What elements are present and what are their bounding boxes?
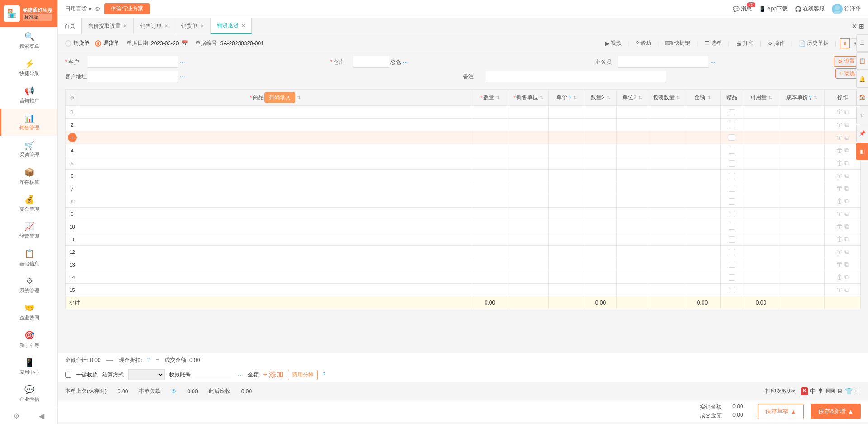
table-settings-icon[interactable]: ⚙: [70, 95, 75, 101]
amount-cell[interactable]: [684, 170, 721, 182]
settings-icon[interactable]: ⚙: [95, 5, 101, 13]
unit2-cell[interactable]: [617, 220, 648, 233]
price-cell[interactable]: [549, 170, 585, 182]
collapse-btn[interactable]: ◀: [39, 412, 44, 420]
gift-checkbox[interactable]: [729, 224, 735, 230]
price-cell[interactable]: [549, 182, 585, 195]
gift-checkbox[interactable]: [729, 186, 735, 192]
expand-tabs-btn[interactable]: ⊞: [859, 23, 864, 30]
product-cell[interactable]: [79, 182, 472, 195]
pack-qty-cell[interactable]: [648, 157, 684, 170]
amount-cell[interactable]: [684, 271, 721, 284]
gift-checkbox[interactable]: [729, 249, 735, 255]
price-cell[interactable]: [549, 208, 585, 220]
expense-help-icon[interactable]: ?: [322, 372, 326, 378]
quantity2-cell[interactable]: [585, 157, 617, 170]
quantity-cell[interactable]: [472, 119, 508, 131]
delete-row-icon[interactable]: 🗑: [836, 235, 843, 243]
price-cell[interactable]: [549, 195, 585, 208]
unit-cell[interactable]: [508, 271, 549, 284]
gift-checkbox[interactable]: [729, 287, 735, 293]
delete-row-icon[interactable]: 🗑: [836, 121, 843, 129]
cost-unit-cell[interactable]: [779, 220, 825, 233]
available-cell[interactable]: [743, 258, 779, 271]
sidebar-item-enterprise[interactable]: 🤝 企业协同: [0, 299, 57, 326]
cost-unit-cell[interactable]: [779, 119, 825, 131]
copy-row-icon[interactable]: ⧉: [844, 223, 849, 230]
available-cell[interactable]: [743, 220, 779, 233]
sidebar-item-search[interactable]: 🔍 搜索菜单: [0, 27, 57, 54]
gift-checkbox[interactable]: [729, 134, 735, 141]
settings-bottom-btn[interactable]: ⚙: [13, 412, 19, 420]
form-settings-btn[interactable]: ⚙ 设置: [834, 56, 859, 67]
product-cell[interactable]: [79, 258, 472, 271]
price-cell[interactable]: [549, 284, 585, 296]
address-input[interactable]: [88, 71, 178, 82]
amount-cell[interactable]: [684, 144, 721, 157]
gift-checkbox[interactable]: [729, 236, 735, 243]
video-btn[interactable]: ▶ 视频: [603, 38, 624, 48]
cost-unit-cell[interactable]: [779, 258, 825, 271]
unit2-cell[interactable]: [617, 208, 648, 220]
unit2-cell[interactable]: [617, 233, 648, 246]
pack-qty-cell[interactable]: [648, 220, 684, 233]
quantity-cell[interactable]: [472, 170, 508, 182]
quantity2-cell[interactable]: [585, 106, 617, 119]
quantity2-cell[interactable]: [585, 170, 617, 182]
status-icon-mic[interactable]: 🎙: [818, 387, 824, 395]
tab-sale-order[interactable]: 销售订单 ✕: [134, 18, 175, 34]
product-input[interactable]: [81, 134, 470, 141]
unit2-cell[interactable]: [617, 157, 648, 170]
sidebar-item-finance[interactable]: 💰 资金管理: [0, 190, 57, 217]
amount-cell[interactable]: [684, 246, 721, 258]
copy-row-icon[interactable]: ⧉: [844, 210, 849, 218]
product-cell[interactable]: [79, 157, 472, 170]
status-icon-key[interactable]: ⌨: [826, 387, 835, 395]
amount-cell[interactable]: [684, 220, 721, 233]
qty-sort-icon[interactable]: ⇅: [496, 95, 500, 100]
product-sort-icon[interactable]: ⇅: [297, 95, 301, 100]
online-service-btn[interactable]: 🎧 在线客服: [795, 5, 825, 13]
quantity2-cell[interactable]: [585, 195, 617, 208]
amount-cell[interactable]: [684, 208, 721, 220]
warehouse-input[interactable]: [353, 56, 389, 68]
unit-cell[interactable]: [508, 195, 549, 208]
price-cell[interactable]: [549, 271, 585, 284]
available-cell[interactable]: [743, 182, 779, 195]
pack-qty-cell[interactable]: [648, 208, 684, 220]
status-icon-more[interactable]: ⋯: [854, 387, 861, 395]
sidebar-item-operations[interactable]: 📈 经营管理: [0, 217, 57, 244]
shortcut-btn[interactable]: ⌨ 快捷键: [662, 38, 693, 48]
sidebar-item-sales[interactable]: 📊 销售管理: [0, 109, 57, 136]
product-cell[interactable]: [79, 170, 472, 182]
price-cell[interactable]: [549, 119, 585, 131]
quantity2-cell[interactable]: [585, 258, 617, 271]
amount-cell[interactable]: [684, 119, 721, 131]
quantity2-cell[interactable]: [585, 208, 617, 220]
delete-row-icon[interactable]: 🗑: [836, 108, 843, 116]
rq-btn-1[interactable]: ☰: [856, 34, 868, 52]
quantity-cell[interactable]: [472, 106, 508, 119]
quantity2-cell[interactable]: [585, 131, 617, 144]
price-sort-icon[interactable]: ⇅: [573, 95, 577, 100]
pack-qty-cell[interactable]: [648, 144, 684, 157]
available-cell[interactable]: [743, 106, 779, 119]
one-key-payment-cb[interactable]: [65, 372, 71, 378]
amount-sort-icon[interactable]: ⇅: [707, 95, 711, 100]
tab-sale-delivery-close[interactable]: ✕: [200, 24, 204, 29]
gift-checkbox[interactable]: [729, 262, 735, 268]
tab-sale-price-close[interactable]: ✕: [123, 24, 127, 29]
product-cell[interactable]: [79, 220, 472, 233]
copy-row-icon[interactable]: ⧉: [844, 172, 849, 180]
tab-sale-delivery[interactable]: 销货单 ✕: [175, 18, 211, 34]
unit2-cell[interactable]: [617, 170, 648, 182]
status-icon-monitor[interactable]: 🖥: [837, 387, 843, 395]
quantity-cell[interactable]: [472, 220, 508, 233]
copy-row-icon[interactable]: ⧉: [844, 261, 849, 268]
available-cell[interactable]: [743, 246, 779, 258]
available-cell[interactable]: [743, 157, 779, 170]
warehouse-dots-btn[interactable]: ···: [403, 58, 408, 66]
status-icon-tshirt[interactable]: 👕: [845, 387, 853, 395]
close-all-tabs-btn[interactable]: ✕: [852, 23, 857, 30]
cost-sort-icon[interactable]: ⇅: [814, 95, 817, 100]
